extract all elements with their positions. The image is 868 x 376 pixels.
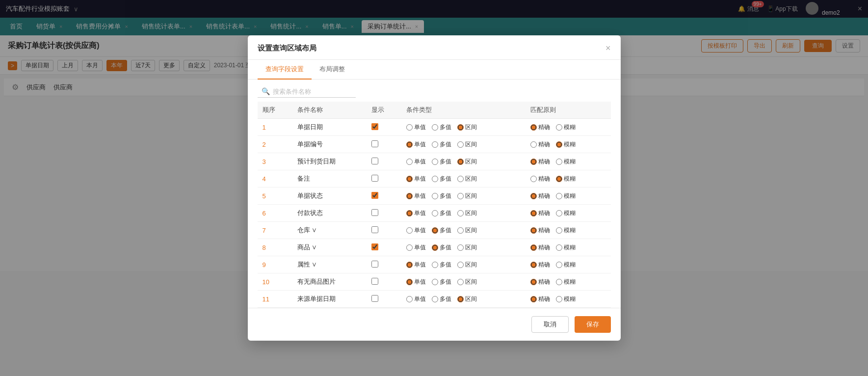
match-radio-模糊[interactable]: 模糊 <box>556 158 576 166</box>
match-radio-input-模糊[interactable] <box>556 193 562 199</box>
type-radio-input-单值[interactable] <box>406 262 413 268</box>
type-radio-单值[interactable]: 单值 <box>406 140 426 149</box>
display-checkbox[interactable] <box>371 123 378 130</box>
match-radio-input-模糊[interactable] <box>556 262 562 268</box>
type-radio-多值[interactable]: 多值 <box>432 261 451 269</box>
match-radio-精确[interactable]: 精确 <box>530 123 550 132</box>
match-radio-模糊[interactable]: 模糊 <box>556 243 576 252</box>
type-radio-input-单值[interactable] <box>406 141 413 148</box>
type-radio-区间[interactable]: 区间 <box>457 261 477 269</box>
search-input[interactable] <box>273 88 351 95</box>
type-radio-单值[interactable]: 单值 <box>406 123 426 132</box>
match-radio-input-模糊[interactable] <box>556 176 562 182</box>
type-radio-input-单值[interactable] <box>406 124 413 131</box>
match-radio-input-精确[interactable] <box>530 262 537 268</box>
display-checkbox[interactable] <box>371 226 378 233</box>
type-radio-多值[interactable]: 多值 <box>432 243 451 252</box>
type-radio-input-区间[interactable] <box>457 124 464 131</box>
cell-display[interactable] <box>367 119 401 136</box>
cell-display[interactable] <box>367 188 401 205</box>
match-radio-模糊[interactable]: 模糊 <box>556 261 576 269</box>
type-radio-input-单值[interactable] <box>406 244 413 251</box>
type-radio-input-单值[interactable] <box>406 193 413 199</box>
cell-display[interactable] <box>367 153 401 170</box>
type-radio-区间[interactable]: 区间 <box>457 123 477 132</box>
match-radio-input-精确[interactable] <box>530 176 537 182</box>
match-radio-精确[interactable]: 精确 <box>530 261 550 269</box>
match-radio-input-模糊[interactable] <box>556 227 562 234</box>
type-radio-input-区间[interactable] <box>457 193 464 199</box>
match-radio-input-精确[interactable] <box>530 227 537 234</box>
type-radio-单值[interactable]: 单值 <box>406 226 426 235</box>
type-radio-input-多值[interactable] <box>432 210 438 216</box>
type-radio-input-单值[interactable] <box>406 210 413 216</box>
cell-display[interactable] <box>367 256 401 271</box>
type-radio-input-多值[interactable] <box>432 262 438 268</box>
type-radio-多值[interactable]: 多值 <box>432 158 451 166</box>
type-radio-单值[interactable]: 单值 <box>406 192 426 200</box>
type-radio-区间[interactable]: 区间 <box>457 243 477 252</box>
match-radio-input-精确[interactable] <box>530 124 537 131</box>
type-radio-input-区间[interactable] <box>457 141 464 148</box>
cell-display[interactable] <box>367 222 401 239</box>
cell-display[interactable] <box>367 205 401 222</box>
type-radio-区间[interactable]: 区间 <box>457 140 477 149</box>
match-radio-input-模糊[interactable] <box>556 244 562 251</box>
display-checkbox[interactable] <box>371 175 378 182</box>
type-radio-input-单值[interactable] <box>406 159 413 165</box>
display-checkbox[interactable] <box>371 140 378 147</box>
match-radio-精确[interactable]: 精确 <box>530 226 550 235</box>
type-radio-区间[interactable]: 区间 <box>457 158 477 166</box>
dialog-tab-query-fields[interactable]: 查询字段设置 <box>258 60 312 80</box>
display-checkbox[interactable] <box>371 192 378 199</box>
type-radio-多值[interactable]: 多值 <box>432 226 451 235</box>
type-radio-input-区间[interactable] <box>457 159 464 165</box>
match-radio-精确[interactable]: 精确 <box>530 243 550 252</box>
type-radio-input-多值[interactable] <box>432 159 438 165</box>
type-radio-input-多值[interactable] <box>432 227 438 234</box>
match-radio-模糊[interactable]: 模糊 <box>556 226 576 235</box>
type-radio-单值[interactable]: 单值 <box>406 158 426 166</box>
display-checkbox[interactable] <box>371 243 378 250</box>
cell-display[interactable] <box>367 239 401 256</box>
match-radio-精确[interactable]: 精确 <box>530 192 550 200</box>
match-radio-input-模糊[interactable] <box>556 124 562 131</box>
type-radio-input-多值[interactable] <box>432 141 438 148</box>
cell-display[interactable] <box>367 136 401 153</box>
match-radio-精确[interactable]: 精确 <box>530 175 550 183</box>
type-radio-单值[interactable]: 单值 <box>406 243 426 252</box>
dialog-tab-layout[interactable]: 布局调整 <box>312 60 353 80</box>
match-radio-input-模糊[interactable] <box>556 159 562 165</box>
cell-display[interactable] <box>367 170 401 188</box>
type-radio-input-多值[interactable] <box>432 176 438 182</box>
type-radio-多值[interactable]: 多值 <box>432 209 451 217</box>
type-radio-单值[interactable]: 单值 <box>406 209 426 217</box>
type-radio-input-区间[interactable] <box>457 227 464 234</box>
display-checkbox[interactable] <box>371 158 378 164</box>
type-radio-多值[interactable]: 多值 <box>432 175 451 183</box>
type-radio-input-区间[interactable] <box>457 262 464 268</box>
type-radio-input-区间[interactable] <box>457 210 464 216</box>
match-radio-精确[interactable]: 精确 <box>530 209 550 217</box>
type-radio-input-单值[interactable] <box>406 176 413 182</box>
type-radio-input-多值[interactable] <box>432 124 438 131</box>
match-radio-模糊[interactable]: 模糊 <box>556 123 576 132</box>
display-checkbox[interactable] <box>371 261 378 268</box>
match-radio-input-模糊[interactable] <box>556 210 562 216</box>
type-radio-多值[interactable]: 多值 <box>432 123 451 132</box>
match-radio-模糊[interactable]: 模糊 <box>556 175 576 183</box>
match-radio-精确[interactable]: 精确 <box>530 158 550 166</box>
type-radio-多值[interactable]: 多值 <box>432 192 451 200</box>
match-radio-input-精确[interactable] <box>530 159 537 165</box>
type-radio-区间[interactable]: 区间 <box>457 175 477 183</box>
match-radio-精确[interactable]: 精确 <box>530 140 550 149</box>
type-radio-input-区间[interactable] <box>457 176 464 182</box>
type-radio-input-多值[interactable] <box>432 244 438 251</box>
match-radio-模糊[interactable]: 模糊 <box>556 209 576 217</box>
type-radio-单值[interactable]: 单值 <box>406 175 426 183</box>
match-radio-input-精确[interactable] <box>530 193 537 199</box>
match-radio-input-精确[interactable] <box>530 244 537 251</box>
display-checkbox[interactable] <box>371 209 378 216</box>
type-radio-input-单值[interactable] <box>406 227 413 234</box>
match-radio-input-模糊[interactable] <box>556 141 562 148</box>
